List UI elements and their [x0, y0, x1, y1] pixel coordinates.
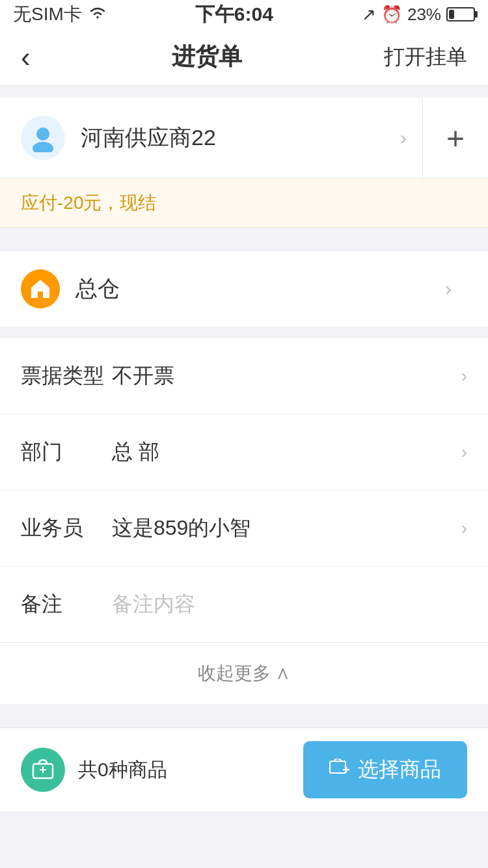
divider-2 [0, 228, 488, 239]
status-left: 无SIM卡 [13, 2, 107, 27]
battery-percent: 23% [407, 5, 441, 25]
invoice-type-chevron-icon: › [461, 366, 467, 387]
person-icon [29, 124, 57, 152]
status-right: ↗ ⏰ 23% [362, 5, 475, 25]
salesperson-row[interactable]: 业务员 这是859的小智 › [0, 491, 488, 567]
salesperson-value: 这是859的小智 [112, 514, 454, 543]
remark-label: 备注 [21, 590, 112, 619]
warehouse-icon-wrap [21, 269, 60, 308]
supplier-chevron-icon: › [385, 127, 422, 149]
notice-text: 应付-20元，现结 [21, 193, 156, 213]
wifi-icon [88, 4, 107, 25]
warehouse-chevron-icon: › [429, 278, 467, 300]
warehouse-section[interactable]: 总仓 › [0, 251, 488, 327]
select-product-button[interactable]: 选择商品 [303, 741, 467, 798]
department-value: 总 部 [112, 438, 454, 467]
status-bar: 无SIM卡 下午6:04 ↗ ⏰ 23% [0, 0, 488, 29]
supplier-name: 河南供应商22 [81, 123, 385, 153]
invoice-type-value: 不开票 [112, 362, 454, 390]
svg-rect-5 [330, 761, 346, 773]
notice-bar: 应付-20元，现结 [0, 178, 488, 228]
warehouse-name: 总仓 [75, 274, 429, 304]
status-time: 下午6:04 [195, 1, 273, 28]
cart-icon-wrap [21, 748, 65, 792]
salesperson-chevron-icon: › [461, 518, 467, 539]
form-section: 票据类型 不开票 › 部门 总 部 › 业务员 这是859的小智 › 备注 备注… [0, 338, 488, 642]
supplier-selector[interactable]: 河南供应商22 › [0, 98, 423, 178]
bottom-bar: 共0种商品 选择商品 [0, 727, 488, 811]
collapse-label: 收起更多 ∧ [198, 661, 291, 686]
location-icon: ↗ [362, 5, 376, 25]
battery-icon [446, 7, 475, 21]
svg-point-1 [33, 142, 53, 152]
select-product-icon [329, 759, 350, 781]
select-product-label: 选择商品 [358, 755, 441, 784]
open-pending-button[interactable]: 打开挂单 [384, 43, 467, 72]
department-label: 部门 [21, 438, 112, 467]
department-row[interactable]: 部门 总 部 › [0, 414, 488, 491]
divider-1 [0, 86, 488, 98]
carrier-label: 无SIM卡 [13, 2, 82, 27]
cart-icon [31, 757, 55, 782]
remark-row[interactable]: 备注 备注内容 [0, 567, 488, 642]
back-button[interactable]: ‹ [21, 43, 31, 72]
department-chevron-icon: › [461, 442, 467, 463]
page-title: 进货单 [172, 41, 242, 73]
nav-bar: ‹ 进货单 打开挂单 [0, 29, 488, 86]
invoice-type-label: 票据类型 [21, 362, 112, 390]
invoice-type-row[interactable]: 票据类型 不开票 › [0, 338, 488, 414]
alarm-icon: ⏰ [381, 5, 402, 25]
home-icon [29, 277, 52, 301]
salesperson-label: 业务员 [21, 514, 112, 543]
divider-3 [0, 704, 488, 716]
supplier-section: 河南供应商22 › + [0, 98, 488, 178]
svg-point-0 [36, 128, 49, 141]
product-count-label: 共0种商品 [78, 757, 303, 783]
add-supplier-button[interactable]: + [423, 98, 488, 178]
supplier-avatar [21, 116, 65, 160]
remark-placeholder: 备注内容 [112, 590, 467, 619]
collapse-button[interactable]: 收起更多 ∧ [0, 642, 488, 704]
